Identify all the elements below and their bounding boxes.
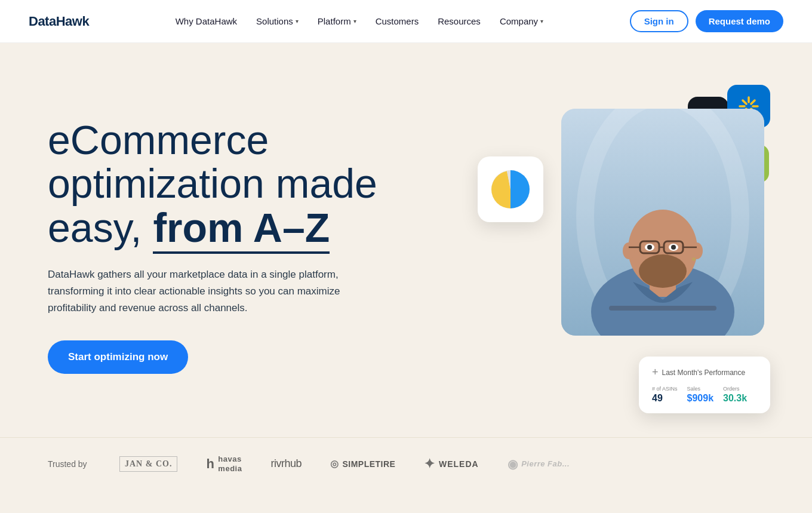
svg-point-16 <box>639 254 687 288</box>
nav-label-platform: Platform <box>318 16 351 26</box>
hero-title: eCommerce optimization made easy, from A… <box>48 118 406 250</box>
svg-line-8 <box>751 100 755 104</box>
request-demo-button[interactable]: Request demo <box>696 10 783 32</box>
perf-stat-sales: Sales $909k <box>687 386 714 404</box>
nav-item-platform[interactable]: Platform ▾ <box>318 16 356 26</box>
chevron-down-icon: ▾ <box>353 18 356 24</box>
perf-stats: # of ASINs 49 Sales $909k Orders 30.3k <box>652 386 757 404</box>
stat-val-asins: 49 <box>652 393 678 404</box>
hero-photo <box>561 109 764 336</box>
nav-links: Why DataHawk Solutions ▾ Platform ▾ Cust… <box>176 16 543 26</box>
hero-section: eCommerce optimization made easy, from A… <box>0 43 812 437</box>
nav-label-solutions: Solutions <box>256 16 293 26</box>
svg-line-6 <box>743 100 746 104</box>
trusted-logos: JAN & CO. h havasmedia rivrhub ◎ SIMPLET… <box>119 454 570 473</box>
chevron-down-icon: ▾ <box>540 18 543 24</box>
stat-val-orders: 30.3k <box>723 393 747 404</box>
stat-val-sales: $909k <box>687 393 714 404</box>
signin-button[interactable]: Sign in <box>630 10 688 32</box>
logo: DataHawk <box>29 14 89 29</box>
nav-item-why[interactable]: Why DataHawk <box>176 16 237 26</box>
navbar: DataHawk Why DataHawk Solutions ▾ Platfo… <box>0 0 812 43</box>
svg-point-28 <box>692 257 696 261</box>
logo-rivrhub: rivrhub <box>270 457 302 470</box>
perf-card-header: + Last Month's Performance <box>652 366 757 379</box>
svg-rect-29 <box>609 306 716 311</box>
perf-stat-asins: # of ASINs 49 <box>652 386 678 404</box>
hero-title-bold: from A–Z <box>153 205 330 254</box>
svg-point-18 <box>691 242 703 259</box>
svg-point-27 <box>671 245 676 250</box>
stat-label-orders: Orders <box>723 386 747 392</box>
logo-simpletire: ◎ SIMPLETIRE <box>330 458 396 469</box>
chevron-down-icon: ▾ <box>296 18 299 24</box>
nav-label-why: Why DataHawk <box>176 16 237 26</box>
hero-description: DataHawk gathers all your marketplace da… <box>48 266 358 317</box>
hero-illustration: a S <box>490 97 764 395</box>
logo-havas: h havasmedia <box>206 454 242 473</box>
nav-item-company[interactable]: Company ▾ <box>500 16 543 26</box>
perf-stat-orders: Orders 30.3k <box>723 386 747 404</box>
svg-point-17 <box>623 242 635 259</box>
stat-label-asins: # of ASINs <box>652 386 678 392</box>
performance-card: + Last Month's Performance # of ASINs 49… <box>639 357 770 413</box>
nav-item-resources[interactable]: Resources <box>438 16 481 26</box>
trusted-label: Trusted by <box>48 459 96 469</box>
nav-actions: Sign in Request demo <box>630 10 783 32</box>
logo-jordan: JAN & CO. <box>119 456 177 472</box>
nav-label-company: Company <box>500 16 538 26</box>
nav-label-resources: Resources <box>438 16 481 26</box>
trusted-section: Trusted by JAN & CO. h havasmedia rivrhu… <box>0 437 812 502</box>
perf-card-title: Last Month's Performance <box>662 368 746 377</box>
logo-pierre-fabre: ◉ Pierre Fab... <box>508 457 570 471</box>
plus-icon: + <box>652 366 659 379</box>
pie-chart-card <box>478 156 543 222</box>
stat-label-sales: Sales <box>687 386 714 392</box>
nav-item-solutions[interactable]: Solutions ▾ <box>256 16 299 26</box>
nav-item-customers[interactable]: Customers <box>376 16 419 26</box>
svg-point-26 <box>647 245 652 250</box>
hero-left: eCommerce optimization made easy, from A… <box>48 118 406 374</box>
cta-button[interactable]: Start optimizing now <box>48 340 188 374</box>
nav-label-customers: Customers <box>376 16 419 26</box>
logo-weleda: ✦ WELEDA <box>424 456 478 472</box>
